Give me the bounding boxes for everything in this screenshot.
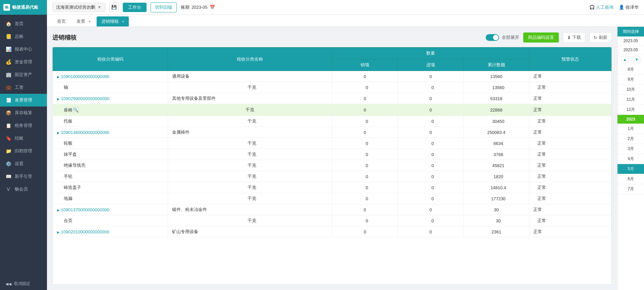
period-item-11[interactable]: 11月: [618, 95, 644, 105]
search-icon[interactable]: 🔍: [72, 106, 79, 113]
period-panel: 期间选择 2023.05 2023.05 ▲ ▼ 8月 9月 10月 11月 1…: [617, 27, 644, 290]
row-warning: 正常: [529, 149, 611, 160]
tab-invoice-close[interactable]: ×: [89, 19, 91, 23]
row-warning: 正常: [529, 82, 611, 93]
period-item-9[interactable]: 9月: [618, 75, 644, 85]
switch-old-button[interactable]: 切到旧版: [151, 2, 177, 12]
expand-icon[interactable]: ▶: [57, 208, 60, 212]
row-unit: 千克: [168, 116, 332, 127]
sidebar-item-salary[interactable]: 💼 工资: [0, 81, 47, 94]
toggle-switch[interactable]: [486, 34, 499, 41]
row-purchase: 0: [398, 182, 464, 193]
sidebar-item-vip[interactable]: V 畅会员: [0, 183, 47, 196]
period-item-8[interactable]: 8月: [618, 65, 644, 75]
help-button[interactable]: 🎧 人工咨询: [589, 4, 613, 10]
expand-icon[interactable]: ▶: [57, 75, 60, 79]
capital-icon: 💰: [5, 59, 11, 65]
period-panel-header[interactable]: 期间选择: [618, 27, 644, 37]
row-sales: 0: [332, 104, 398, 116]
sidebar-item-settle[interactable]: 🔖 结账: [0, 132, 47, 145]
row-warning: 正常: [529, 93, 611, 104]
tab-reconciliation-close[interactable]: ×: [122, 19, 124, 23]
reports-icon: 📊: [5, 47, 11, 52]
sidebar-item-inventory[interactable]: 📦 库存核算: [0, 106, 47, 119]
sidebar-item-invoice[interactable]: 🧾 发票管理: [0, 94, 47, 106]
period-item-3[interactable]: 3月: [618, 144, 644, 154]
th-cumulative: 累计数额: [464, 59, 529, 71]
row-unit: 千克: [168, 82, 332, 93]
workbench-button[interactable]: 工作台: [123, 3, 147, 12]
salary-icon: 💼: [5, 85, 11, 90]
sidebar-item-fixed-assets[interactable]: 🏢 固定资产: [0, 68, 47, 81]
period-item-6[interactable]: 6月: [618, 174, 644, 184]
user-menu[interactable]: 👤 徐泽华: [619, 4, 639, 10]
main-area: 沈海英测试经营勿删 ▼ 💾 工作台 切到旧版 账期 2023-05 📅 🎧 人工…: [47, 0, 644, 290]
row-sales: 0: [332, 149, 398, 160]
product-code-btn[interactable]: 商品编码设置: [523, 32, 559, 43]
download-btn[interactable]: ⬇ 下载: [563, 32, 585, 43]
tab-reconciliation[interactable]: 进销稽核 ×: [97, 16, 129, 26]
sidebar-item-reports[interactable]: 📊 报表中心: [0, 43, 47, 56]
sidebar-item-capital[interactable]: 💰 资金管理: [0, 56, 47, 68]
period-item-12[interactable]: 12月: [618, 105, 644, 115]
page-title: 进销稽核: [52, 33, 76, 42]
sidebar-item-label: 工资: [15, 84, 23, 90]
sidebar-unpin[interactable]: ◀◀ 取消固定: [0, 278, 47, 290]
expand-icon[interactable]: ▶: [57, 97, 60, 101]
sidebar-item-tax[interactable]: 📋 税务管理: [0, 119, 47, 132]
row-warning: 正常: [529, 193, 611, 204]
refresh-btn[interactable]: ↻ 刷新: [589, 32, 612, 43]
sidebar-item-archive[interactable]: 📁 归档管理: [0, 145, 47, 157]
th-sales-out: 销项: [332, 59, 398, 71]
company-selector[interactable]: 沈海英测试经营勿删 ▼: [52, 3, 105, 12]
fixed-assets-icon: 🏢: [5, 72, 11, 77]
period-item-4[interactable]: 4月: [618, 154, 644, 164]
th-quantity: 数量: [332, 48, 529, 59]
row-warning: 正常: [529, 171, 611, 182]
tab-invoice[interactable]: 发票 ×: [72, 16, 95, 26]
row-cumulative: 30: [464, 204, 529, 215]
sidebar-item-guide[interactable]: 📖 新手引导: [0, 170, 47, 183]
tab-home[interactable]: 首页: [52, 16, 70, 26]
tab-reconciliation-label: 进销稽核: [101, 19, 119, 24]
period-item-2023-05-top[interactable]: 2023.05: [618, 37, 644, 46]
row-unit: 千克: [168, 160, 332, 171]
row-purchase: 0: [398, 116, 464, 127]
period-down-btn[interactable]: ▼: [633, 56, 640, 63]
page-header: 进销稽核 全部展开 商品编码设置 ⬇ 下载 ↻ 刷新: [52, 32, 612, 43]
row-code: 合页: [53, 215, 168, 226]
row-cumulative: 45821: [464, 160, 529, 171]
sidebar-item-home[interactable]: 🏠 首页: [0, 17, 47, 30]
toggle-expand-all[interactable]: 全部展开: [486, 34, 519, 41]
row-cumulative: 30: [464, 215, 529, 226]
period-item-10[interactable]: 10月: [618, 85, 644, 95]
period-item-7[interactable]: 7月: [618, 184, 644, 194]
row-purchase: 0: [398, 138, 464, 149]
period-item-2023-05-bot[interactable]: 2023.05: [618, 46, 644, 55]
sidebar-item-label: 设置: [15, 161, 23, 167]
row-warning: 正常: [529, 104, 611, 116]
row-code: 铸造盖子: [53, 182, 168, 193]
period-item-5[interactable]: 5月: [618, 164, 644, 174]
save-button[interactable]: 💾: [109, 3, 119, 12]
row-code: ▶10901000000000000000: [53, 71, 168, 82]
sidebar-item-ledger[interactable]: 📒 总账: [0, 30, 47, 43]
period-item-1[interactable]: 1月: [618, 124, 644, 134]
row-code: 手轮: [53, 171, 168, 182]
row-warning: 正常: [529, 215, 611, 226]
row-code: 轴: [53, 82, 168, 93]
sidebar-item-label: 首页: [15, 21, 23, 27]
row-purchase: 0: [398, 215, 464, 226]
calendar-icon[interactable]: 📅: [210, 5, 215, 10]
period-item-2[interactable]: 2月: [618, 134, 644, 144]
row-sales: 0: [332, 71, 398, 82]
period-item-year-2023[interactable]: 2023: [618, 115, 644, 124]
expand-icon[interactable]: ▶: [57, 230, 60, 234]
row-code: 座椅🔍: [53, 104, 168, 116]
row-code: 轮毂: [53, 138, 168, 149]
period-up-btn[interactable]: ▲: [621, 56, 629, 63]
sidebar-item-label: 税务管理: [15, 123, 32, 129]
row-cumulative: 6634: [464, 138, 529, 149]
expand-icon[interactable]: ▶: [57, 131, 60, 135]
sidebar-item-settings[interactable]: ⚙️ 设置: [0, 157, 47, 170]
